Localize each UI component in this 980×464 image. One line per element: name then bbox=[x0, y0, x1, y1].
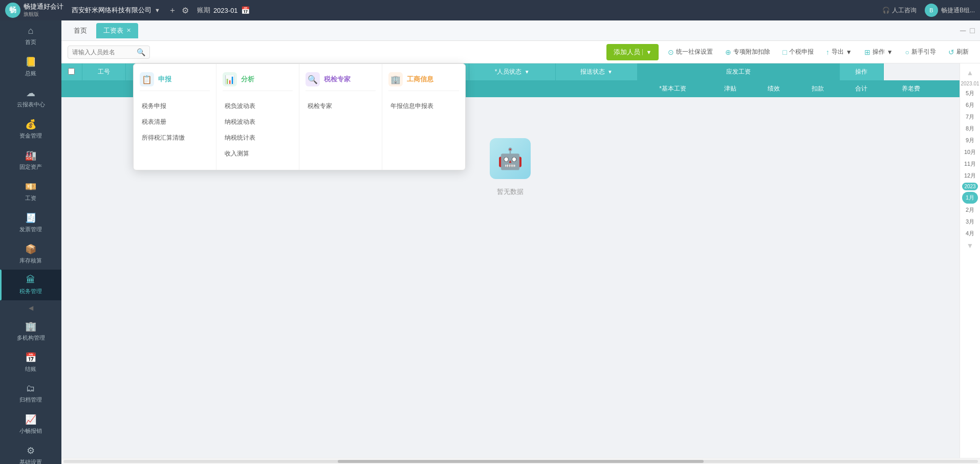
add-person-label: 添加人员 bbox=[614, 48, 640, 57]
logo-icon: 畅 bbox=[5, 3, 20, 18]
sidebar-collapse-btn[interactable]: ◀ bbox=[0, 300, 61, 316]
operations-btn[interactable]: ⊞ 操作 ▼ bbox=[859, 45, 898, 59]
sidebar-item-home[interactable]: ⌂ 首页 bbox=[0, 20, 61, 51]
sidebar-item-fund[interactable]: 💰 资金管理 bbox=[0, 114, 61, 145]
refresh-icon: ↺ bbox=[948, 48, 954, 56]
dropdown-col-declaration: 📋 申报 税务申报 税表清册 所得税汇算清缴 bbox=[134, 64, 216, 170]
dropdown-col-business-info: 🏢 工商信息 年报信息申报表 bbox=[382, 64, 465, 170]
add-icon[interactable]: ＋ bbox=[168, 5, 177, 16]
bottom-scrollbar[interactable] bbox=[61, 458, 980, 464]
sidebar-item-ledger[interactable]: 📒 总账 bbox=[0, 51, 61, 82]
timeline-month-3[interactable]: 3月 bbox=[960, 216, 980, 228]
tab-maximize-btn[interactable]: □ bbox=[970, 26, 975, 35]
sidebar-item-fixed-assets[interactable]: 🏭 固定资产 bbox=[0, 145, 61, 176]
timeline-month-7[interactable]: 7月 bbox=[960, 111, 980, 123]
timeline-month-12[interactable]: 12月 bbox=[960, 170, 980, 182]
sidebar-label-ledger: 总账 bbox=[25, 70, 36, 77]
tax-return-btn[interactable]: □ 个税申报 bbox=[777, 45, 818, 59]
sidebar-item-inventory[interactable]: 📦 库存核算 bbox=[0, 238, 61, 270]
special-deduction-icon: ⊕ bbox=[725, 48, 731, 56]
sidebar-item-cloud-report[interactable]: ☁ 云报表中心 bbox=[0, 82, 61, 114]
menu-item-income-estimate[interactable]: 收入测算 bbox=[223, 146, 293, 162]
username: 畅捷通B组... bbox=[941, 6, 975, 15]
menu-item-tax-payment-trend[interactable]: 纳税波动表 bbox=[223, 114, 293, 130]
tab-salary[interactable]: 工资表 ✕ bbox=[96, 23, 138, 38]
sidebar-label-home: 首页 bbox=[25, 38, 36, 46]
new-guide-icon: ○ bbox=[905, 48, 909, 56]
sidebar-label-xiaochang: 小畅报销 bbox=[19, 427, 42, 435]
sidebar-label-assets: 固定资产 bbox=[19, 163, 42, 171]
timeline-month-6[interactable]: 6月 bbox=[960, 99, 980, 111]
export-dropdown-arrow: ▼ bbox=[846, 49, 852, 56]
menu-item-tax-expert[interactable]: 税检专家 bbox=[306, 98, 376, 114]
menu-item-annual-report[interactable]: 年报信息申报表 bbox=[388, 98, 459, 114]
add-person-button[interactable]: 添加人员 ▼ bbox=[606, 44, 659, 60]
menu-item-tax-statistics[interactable]: 纳税统计表 bbox=[223, 130, 293, 146]
tab-salary-close[interactable]: ✕ bbox=[126, 27, 131, 34]
search-input[interactable] bbox=[72, 49, 134, 56]
sidebar-item-tax[interactable]: 🏛 税务管理 bbox=[0, 270, 61, 300]
dropdown-col-tax-expert: 🔍 税检专家 税检专家 bbox=[299, 64, 382, 170]
timeline-month-9[interactable]: 9月 bbox=[960, 135, 980, 146]
period-label: 账期 bbox=[197, 6, 210, 15]
sidebar-item-multi-org[interactable]: 🏢 多机构管理 bbox=[0, 316, 61, 347]
scroll-track[interactable] bbox=[63, 460, 978, 463]
timeline-up-nav[interactable]: ▲ bbox=[965, 67, 976, 79]
sidebar-item-salary[interactable]: 💴 工资 bbox=[0, 176, 61, 207]
sidebar-item-invoice[interactable]: 🧾 发票管理 bbox=[0, 207, 61, 238]
add-person-dropdown-arrow[interactable]: ▼ bbox=[642, 49, 651, 55]
period-selector[interactable]: 账期 2023-01 📅 bbox=[197, 6, 250, 15]
timeline-month-1[interactable]: 1月 bbox=[962, 192, 978, 204]
th-salary-group: 应发工资 bbox=[637, 63, 839, 80]
timeline-month-2[interactable]: 2月 bbox=[960, 204, 980, 216]
calendar-icon[interactable]: 📅 bbox=[241, 6, 250, 14]
business-info-title: 工商信息 bbox=[407, 75, 433, 84]
settings-sidebar-icon: ⚙ bbox=[27, 445, 35, 456]
dropdown-header-declaration: 📋 申报 bbox=[140, 72, 210, 91]
help-button[interactable]: 🎧 人工咨询 bbox=[882, 6, 917, 15]
new-guide-btn[interactable]: ○ 新手引导 bbox=[900, 45, 941, 59]
app-edition: 旗舰版 bbox=[24, 11, 63, 18]
sidebar-item-archive[interactable]: 🗂 归档管理 bbox=[0, 378, 61, 409]
period-value: 2023-01 bbox=[213, 7, 238, 14]
timeline-month-5[interactable]: 5月 bbox=[960, 87, 980, 99]
closing-icon: 📅 bbox=[25, 352, 36, 363]
menu-item-income-tax-settlement[interactable]: 所得税汇算清缴 bbox=[140, 130, 210, 146]
company-name: 西安虾米网络科技有限公司 bbox=[72, 6, 151, 15]
app-name: 畅捷通好会计 bbox=[24, 3, 63, 11]
tax-icon: 🏛 bbox=[26, 275, 35, 285]
year-badge: 2023 bbox=[962, 183, 977, 190]
collapse-icon: ◀ bbox=[29, 304, 33, 312]
timeline-down-nav[interactable]: ▼ bbox=[965, 239, 976, 252]
menu-item-tax-burden-trend[interactable]: 税负波动表 bbox=[223, 98, 293, 114]
operations-icon: ⊞ bbox=[864, 48, 870, 56]
sidebar-item-closing[interactable]: 📅 结账 bbox=[0, 347, 61, 378]
tab-salary-label: 工资表 bbox=[103, 26, 123, 35]
settings-icon[interactable]: ⚙ bbox=[182, 6, 189, 15]
tax-return-icon: □ bbox=[782, 48, 787, 56]
company-selector[interactable]: 西安虾米网络科技有限公司 ▼ bbox=[72, 6, 160, 15]
sidebar-item-settings[interactable]: ⚙ 基础设置 bbox=[0, 440, 61, 464]
sidebar-item-xiaochang[interactable]: 📈 小畅报销 bbox=[0, 409, 61, 440]
special-deduction-btn[interactable]: ⊕ 专项附加扣除 bbox=[720, 45, 775, 59]
timeline-month-4[interactable]: 4月 bbox=[960, 228, 980, 239]
refresh-btn[interactable]: ↺ 刷新 bbox=[943, 45, 974, 59]
social-security-btn[interactable]: ⊙ 统一社保设置 bbox=[663, 45, 718, 59]
timeline-month-10[interactable]: 10月 bbox=[960, 146, 980, 158]
timeline-month-8[interactable]: 8月 bbox=[960, 123, 980, 135]
export-btn[interactable]: ↑ 导出 ▼ bbox=[821, 45, 857, 59]
menu-item-tax-declaration[interactable]: 税务申报 bbox=[140, 98, 210, 114]
inventory-icon: 📦 bbox=[25, 244, 36, 255]
select-all-checkbox[interactable] bbox=[68, 68, 75, 75]
tab-minimize-btn[interactable]: ─ bbox=[960, 26, 966, 35]
operations-dropdown-arrow: ▼ bbox=[887, 49, 893, 56]
user-menu[interactable]: B 畅捷通B组... bbox=[925, 4, 975, 17]
ledger-icon: 📒 bbox=[25, 56, 36, 68]
company-dropdown-arrow[interactable]: ▼ bbox=[155, 7, 160, 13]
menu-item-tax-booklet[interactable]: 税表清册 bbox=[140, 114, 210, 130]
tab-home[interactable]: 首页 bbox=[67, 23, 94, 38]
th-checkbox[interactable] bbox=[61, 63, 82, 80]
timeline-month-11[interactable]: 11月 bbox=[960, 158, 980, 170]
archive-icon: 🗂 bbox=[26, 383, 35, 394]
th-total: 合计 bbox=[840, 80, 883, 97]
